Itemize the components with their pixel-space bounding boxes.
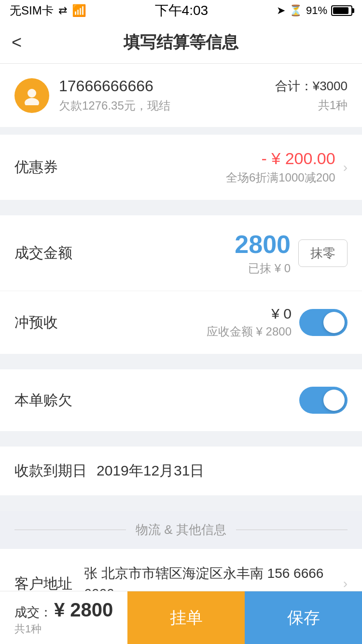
round-button[interactable]: 抹零 xyxy=(298,239,348,267)
logistics-divider: 物流 & 其他信息 xyxy=(0,511,362,549)
debt-section: 本单赊欠 xyxy=(0,369,362,431)
user-right: 合计：¥3000 共1种 xyxy=(275,78,348,113)
battery-percent: 91% xyxy=(306,4,327,17)
wifi-label: 📶 xyxy=(72,4,86,17)
divider-line-left xyxy=(14,530,126,530)
coupon-section: 优惠券 - ¥ 200.00 全场6折满1000减200 › xyxy=(0,135,362,200)
coupon-right: - ¥ 200.00 全场6折满1000减200 › xyxy=(226,149,348,185)
bottom-count: 共1种 xyxy=(14,622,113,636)
alarm-icon: ⏳ xyxy=(289,4,302,17)
prepay-row: 冲预收 ¥ 0 应收金额 ¥ 2800 xyxy=(0,291,362,354)
deal-amount-row: 成交金额 2800 已抹 ¥ 0 抹零 xyxy=(0,215,362,291)
prepay-toggle[interactable] xyxy=(299,309,348,336)
deal-amount-label: 成交金额 xyxy=(14,243,72,263)
coupon-row[interactable]: 优惠券 - ¥ 200.00 全场6折满1000减200 › xyxy=(0,135,362,200)
user-left: 17666666666 欠款1276.35元，现结 xyxy=(14,77,170,113)
prepay-right: ¥ 0 应收金额 ¥ 2800 xyxy=(207,306,348,339)
debt-toggle[interactable] xyxy=(299,387,348,414)
divider-line-right xyxy=(236,530,348,530)
status-right: ➤ ⏳ 91% xyxy=(277,4,352,17)
amount-sub: 已抹 ¥ 0 xyxy=(248,261,291,276)
coupon-label: 优惠券 xyxy=(14,157,58,177)
content: 17666666666 欠款1276.35元，现结 合计：¥3000 共1种 优… xyxy=(0,64,362,644)
coupon-chevron-icon: › xyxy=(343,160,348,175)
divider-2 xyxy=(0,362,362,369)
carrier: 无SIM卡 xyxy=(10,3,54,18)
due-date-label: 收款到期日 xyxy=(14,461,87,481)
svg-point-1 xyxy=(25,98,39,105)
coupon-desc: 全场6折满1000减200 xyxy=(226,170,335,185)
prepay-values: ¥ 0 应收金额 ¥ 2800 xyxy=(207,306,292,339)
address-chevron-icon: › xyxy=(343,576,348,591)
divider-3 xyxy=(0,439,362,447)
total-label: 合计：¥3000 xyxy=(275,78,348,95)
due-date-section: 收款到期日 2019年12月31日 xyxy=(0,447,362,495)
amount-value: 2800 xyxy=(235,230,291,259)
total-count: 共1种 xyxy=(275,98,348,113)
amount-display: 2800 已抹 ¥ 0 xyxy=(235,230,291,276)
back-button[interactable]: < xyxy=(12,32,22,53)
prepay-label: 冲预收 xyxy=(14,313,58,333)
hold-button[interactable]: 挂单 xyxy=(127,591,245,644)
bottom-bar: 成交： ¥ 2800 共1种 挂单 保存 xyxy=(0,591,362,644)
status-left: 无SIM卡 ⇄ 📶 xyxy=(10,3,86,18)
user-debt: 欠款1276.35元，现结 xyxy=(59,98,170,113)
svg-point-0 xyxy=(28,89,36,98)
prepay-amount: ¥ 0 xyxy=(271,306,292,322)
user-info: 17666666666 欠款1276.35元，现结 xyxy=(59,77,170,113)
wifi-icon: ⇄ xyxy=(58,4,67,17)
due-date-row: 收款到期日 2019年12月31日 xyxy=(0,447,362,495)
deal-amount-right: 2800 已抹 ¥ 0 抹零 xyxy=(235,230,348,276)
due-date-value: 2019年12月31日 xyxy=(97,461,204,481)
location-icon: ➤ xyxy=(277,4,285,17)
user-phone: 17666666666 xyxy=(59,77,170,95)
page-title: 填写结算等信息 xyxy=(124,31,238,54)
time: 下午4:03 xyxy=(155,1,209,20)
bottom-buttons: 挂单 保存 xyxy=(127,591,362,644)
logistics-label: 物流 & 其他信息 xyxy=(136,521,226,538)
coupon-discount: - ¥ 200.00 xyxy=(226,149,335,168)
debt-row: 本单赊欠 xyxy=(0,369,362,431)
save-button[interactable]: 保存 xyxy=(245,591,362,644)
avatar xyxy=(14,78,49,113)
bottom-info: 成交： ¥ 2800 共1种 xyxy=(0,599,127,636)
amount-section: 成交金额 2800 已抹 ¥ 0 抹零 冲预收 ¥ 0 应收金额 ¥ 2800 xyxy=(0,215,362,354)
bottom-deal-label: 成交： xyxy=(14,604,52,621)
status-bar: 无SIM卡 ⇄ 📶 下午4:03 ➤ ⏳ 91% xyxy=(0,0,362,21)
debt-label: 本单赊欠 xyxy=(14,391,72,410)
battery-icon xyxy=(331,5,352,16)
prepay-sub: 应收金额 ¥ 2800 xyxy=(207,324,292,339)
divider-1 xyxy=(0,208,362,215)
user-card: 17666666666 欠款1276.35元，现结 合计：¥3000 共1种 xyxy=(0,64,362,127)
divider-4 xyxy=(0,503,362,511)
nav-bar: < 填写结算等信息 xyxy=(0,21,362,64)
bottom-amount: ¥ 2800 xyxy=(54,599,113,621)
